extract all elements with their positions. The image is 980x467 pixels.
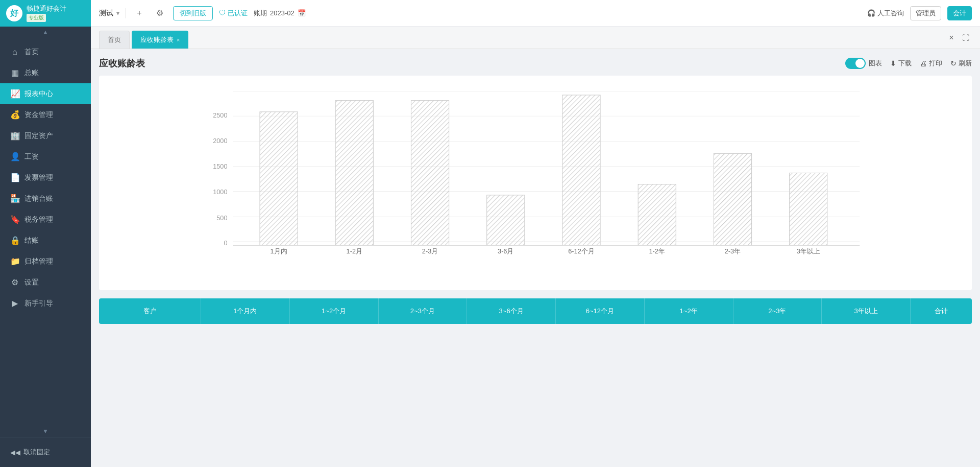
bar-1-2-year: [638, 184, 676, 246]
project-selector[interactable]: 测试 ▾: [99, 9, 119, 18]
sidebar-item-label: 首页: [24, 48, 39, 57]
col-header-3plus-year: 3年以上: [822, 298, 911, 324]
sidebar-nav: ⌂ 首页 ▦ 总账 📈 报表中心 💰 资金管理 🏢 固定资产 👤 工资 📄 发票…: [0, 38, 91, 426]
sidebar-item-label: 发票管理: [24, 173, 53, 182]
switch-version-button[interactable]: 切到旧版: [173, 6, 213, 20]
sidebar-item-purchase-sale[interactable]: 🏪 进销台账: [0, 188, 91, 209]
sidebar-item-label: 结账: [24, 236, 39, 245]
topbar-right: 🎧 人工咨询 管理员 会计: [867, 6, 972, 20]
sidebar-item-closing[interactable]: 🔒 结账: [0, 230, 91, 251]
sidebar-item-guide[interactable]: ▶ 新手引导: [0, 293, 91, 314]
table-header: 客户 1个月内 1~2个月 2~3个月 3~6个月 6~12个月 1~2年 2~…: [99, 298, 972, 324]
sidebar-item-tax[interactable]: 🔖 税务管理: [0, 209, 91, 230]
chart-container: 0 500 1000 1500 2000 2500 1月内: [99, 76, 972, 290]
chevron-down-icon: ▾: [116, 10, 119, 17]
settings-button[interactable]: ⚙: [153, 6, 167, 20]
ledger-icon: ▦: [10, 68, 19, 78]
tab-aging[interactable]: 应收账龄表 ×: [132, 31, 188, 49]
col-header-total: 合计: [911, 298, 972, 324]
sidebar-item-ledger[interactable]: ▦ 总账: [0, 62, 91, 83]
svg-text:1000: 1000: [213, 189, 227, 196]
plus-icon: +: [137, 9, 141, 18]
tab-close-icon[interactable]: ×: [177, 37, 180, 43]
bar-6-12-month: [562, 95, 600, 245]
col-header-2-3month: 2~3个月: [379, 298, 468, 324]
refresh-icon: ↻: [950, 59, 957, 67]
sidebar-item-label: 新手引导: [24, 299, 53, 308]
bar-chart: 0 500 1000 1500 2000 2500 1月内: [109, 86, 962, 270]
tab-home[interactable]: 首页: [99, 31, 130, 49]
calendar-icon[interactable]: 📅: [298, 9, 306, 17]
expand-button[interactable]: ⛶: [960, 32, 972, 44]
cancel-fixed-button[interactable]: ◀◀ 取消固定: [0, 442, 91, 462]
page-actions: 图表 ⬇ 下载 🖨 打印 ↻ 刷新: [845, 58, 972, 69]
accountant-label: 会计: [953, 9, 966, 17]
logo-name: 畅捷通好会计: [27, 5, 66, 13]
svg-text:3-6月: 3-6月: [498, 248, 513, 255]
download-button[interactable]: ⬇ 下载: [890, 59, 912, 68]
sidebar-item-assets[interactable]: 🏢 固定资产: [0, 125, 91, 146]
logo-badge: 专业版: [27, 14, 46, 22]
sidebar-item-label: 资金管理: [24, 110, 53, 120]
tab-home-label: 首页: [108, 35, 121, 44]
sidebar-item-archive[interactable]: 📁 归档管理: [0, 251, 91, 272]
col-header-3-6month: 3~6个月: [467, 298, 556, 324]
sidebar-item-funds[interactable]: 💰 资金管理: [0, 104, 91, 125]
refresh-button[interactable]: ↻ 刷新: [950, 59, 972, 68]
print-icon: 🖨: [920, 59, 927, 67]
gear-icon: ⚙: [156, 8, 163, 18]
expand-icon: ⛶: [962, 34, 969, 42]
topbar: 测试 ▾ + ⚙ 切到旧版 🛡 已认证 账期 2023-02 📅 🎧 人工咨询: [91, 0, 980, 27]
close-panel-button[interactable]: ×: [945, 32, 958, 44]
add-button[interactable]: +: [132, 6, 146, 20]
sidebar-bottom: ◀◀ 取消固定: [0, 437, 91, 467]
svg-text:2-3年: 2-3年: [725, 248, 741, 255]
sidebar-logo: 好 畅捷通好会计 专业版: [0, 0, 91, 27]
svg-text:2500: 2500: [213, 112, 227, 119]
purchase-sale-icon: 🏪: [10, 194, 19, 203]
close-icon: ×: [949, 33, 953, 42]
period-text: 账期: [254, 9, 267, 18]
consult-button[interactable]: 🎧 人工咨询: [867, 9, 904, 18]
settings-icon: ⚙: [10, 277, 19, 287]
download-label: 下载: [898, 59, 912, 68]
sidebar-item-invoices[interactable]: 📄 发票管理: [0, 167, 91, 188]
svg-text:1月内: 1月内: [271, 248, 287, 255]
tax-icon: 🔖: [10, 215, 19, 224]
svg-text:0: 0: [224, 240, 227, 247]
shield-icon: 🛡: [219, 9, 226, 17]
sidebar-item-label: 工资: [24, 152, 39, 161]
sidebar-item-reports[interactable]: 📈 报表中心: [0, 83, 91, 104]
print-button[interactable]: 🖨 打印: [920, 59, 942, 68]
chart-toggle-label: 图表: [869, 59, 882, 68]
bar-3plus-year: [790, 173, 827, 245]
verified-badge: 🛡 已认证: [219, 9, 248, 18]
chart-area: 0 500 1000 1500 2000 2500 1月内: [109, 86, 962, 270]
col-header-2-3year: 2~3年: [733, 298, 822, 324]
sidebar-item-home[interactable]: ⌂ 首页: [0, 42, 91, 62]
invoices-icon: 📄: [10, 173, 19, 182]
headset-icon: 🎧: [867, 9, 875, 17]
col-header-1month: 1个月内: [201, 298, 290, 324]
sidebar-item-label: 税务管理: [24, 215, 53, 224]
sidebar-item-wages[interactable]: 👤 工资: [0, 146, 91, 167]
admin-button[interactable]: 管理员: [910, 6, 941, 20]
verified-label: 已认证: [228, 9, 248, 18]
logo-icon: 好: [6, 5, 22, 21]
sidebar-item-label: 总账: [24, 68, 39, 78]
chart-toggle[interactable]: [845, 58, 866, 69]
sidebar-item-settings[interactable]: ⚙ 设置: [0, 272, 91, 293]
scroll-arrow-up: ▲: [0, 27, 91, 38]
assets-icon: 🏢: [10, 131, 19, 141]
bar-1-month: [260, 112, 298, 246]
col-header-1-2year: 1~2年: [645, 298, 733, 324]
reports-icon: 📈: [10, 89, 19, 99]
scroll-arrow-down: ▼: [0, 426, 91, 437]
col-header-customer: 客户: [99, 298, 201, 324]
svg-text:2000: 2000: [213, 137, 227, 145]
svg-text:1500: 1500: [213, 163, 227, 170]
print-label: 打印: [929, 59, 942, 68]
content-area: 应收账龄表 图表 ⬇ 下载 🖨 打印 ↻ 刷新: [91, 49, 980, 467]
accountant-button[interactable]: 会计: [947, 6, 972, 20]
bar-1-2-month: [335, 101, 373, 246]
